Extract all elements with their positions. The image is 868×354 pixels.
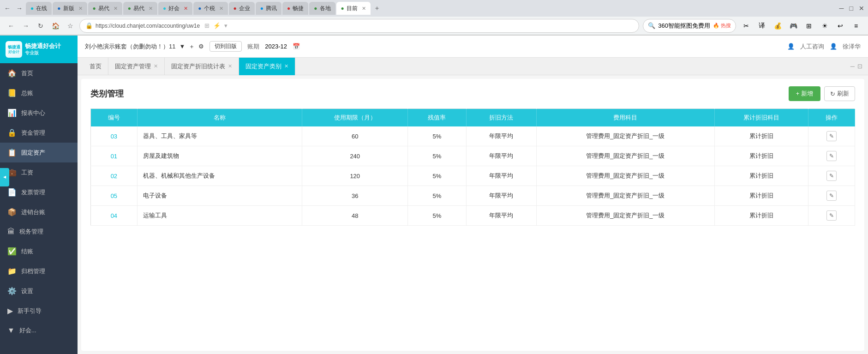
cell-action-3: ✎ (808, 186, 855, 206)
tab-4-close[interactable]: ✕ (149, 6, 153, 12)
browser-tab-8[interactable]: ● 腾讯 (256, 2, 281, 15)
tab-depreciation-close[interactable]: ✕ (228, 63, 232, 69)
edit-btn-2[interactable]: ✎ (826, 171, 837, 181)
float-btn-1[interactable]: ◀ (0, 168, 9, 186)
tab-category[interactable]: 固定资产类别 ✕ (239, 58, 295, 75)
ledger-icon: 📒 (7, 89, 17, 97)
tab-asset-mgmt-close[interactable]: ✕ (154, 63, 158, 69)
browser-tab-4[interactable]: ● 易代 ✕ (123, 2, 157, 15)
refresh-btn[interactable]: ↻ 刷新 (824, 86, 855, 101)
sidebar-item-reports[interactable]: 📊 报表中心 (0, 103, 78, 123)
home-icon: 🏠 (7, 69, 17, 78)
browser-tab-7[interactable]: ● 企业 (229, 2, 255, 15)
tab-expand-icon[interactable]: ⊡ (857, 63, 862, 70)
cell-accum-2: 累计折旧 (714, 166, 808, 186)
add-icon[interactable]: ＋ (189, 42, 195, 51)
browser-tab-3[interactable]: ● 易代 ✕ (88, 2, 122, 15)
sidebar-item-tax[interactable]: 🏛 税务管理 (0, 222, 78, 241)
cut-icon[interactable]: ✂ (740, 19, 753, 32)
game-icon[interactable]: 🎮 (787, 19, 800, 32)
header-right: 👤 人工咨询 👤 徐泽华 (787, 42, 861, 51)
tab-category-close[interactable]: ✕ (284, 63, 288, 69)
table-row: 03 器具、工具、家具等 60 5% 年限平均 管理费用_固定资产折旧_一级 累… (91, 126, 855, 146)
brightness-icon[interactable]: ☀ (818, 19, 831, 32)
browser-forward-btn[interactable]: → (20, 20, 31, 31)
tab-6-close[interactable]: ✕ (219, 6, 223, 12)
tab-asset-mgmt-label: 固定资产管理 (115, 62, 151, 71)
edit-btn-0[interactable]: ✎ (826, 131, 837, 141)
switch-version-btn[interactable]: 切到旧版 (210, 41, 242, 52)
sidebar-item-home[interactable]: 🏠 首页 (0, 63, 78, 83)
tab-1-label: 在线 (36, 5, 47, 12)
tab-home[interactable]: 首页 (83, 58, 108, 75)
minimize-btn[interactable]: ─ (838, 3, 846, 14)
edit-btn-4[interactable]: ✎ (826, 210, 837, 221)
close-btn[interactable]: ✕ (857, 3, 866, 14)
calendar-icon[interactable]: 📅 (293, 43, 300, 50)
sidebar-item-ledger[interactable]: 📒 总账 (0, 83, 78, 103)
gear-icon[interactable]: ⚙ (198, 43, 204, 50)
tab-3-close[interactable]: ✕ (114, 6, 118, 12)
sidebar-item-invoice[interactable]: 📄 发票管理 (0, 182, 78, 202)
home-btn[interactable]: 🏠 (50, 20, 61, 31)
new-tab-btn[interactable]: ＋ (371, 3, 383, 14)
browser-tab-11[interactable]: ● 目前 ✕ (336, 2, 371, 15)
sidebar-item-inventory[interactable]: 📦 进销台账 (0, 202, 78, 222)
undo-icon[interactable]: ↩ (834, 19, 847, 32)
cell-residual-2: 5% (408, 166, 466, 186)
cell-method-2: 年限平均 (466, 166, 536, 186)
tab-depreciation[interactable]: 固定资产折旧统计表 ✕ (165, 58, 239, 75)
browser-tab-5[interactable]: ● 好会 ✕ (158, 2, 192, 15)
help-label[interactable]: 人工咨询 (800, 42, 824, 51)
grid-icon[interactable]: ⊞ (802, 19, 815, 32)
tab-5-close[interactable]: ✕ (184, 6, 188, 12)
sidebar-item-closing[interactable]: ✅ 结账 (0, 241, 78, 261)
add-btn[interactable]: + 新增 (789, 86, 820, 101)
wallet-icon[interactable]: 💰 (771, 19, 784, 32)
menu-icon[interactable]: ≡ (850, 19, 862, 32)
tab-11-close[interactable]: ✕ (362, 6, 366, 12)
app-wrapper: 畅捷通 好会计 畅捷通好会计 专业版 🏠 首页 📒 总账 📊 报表中心 (0, 36, 868, 354)
tab-minimize-icon[interactable]: ─ (850, 63, 855, 70)
sidebar-item-archive[interactable]: 📁 归档管理 (0, 261, 78, 281)
tab-asset-mgmt[interactable]: 固定资产管理 ✕ (108, 58, 165, 75)
browser-tab-1[interactable]: ● 在线 (26, 2, 52, 15)
sidebar-item-funds[interactable]: 🔒 资金管理 (0, 123, 78, 143)
sidebar-item-settings[interactable]: ⚙️ 设置 (0, 281, 78, 301)
cell-method-1: 年限平均 (466, 146, 536, 166)
sidebar-item-assets[interactable]: 📋 固定资产 (0, 143, 78, 162)
guide-icon: ▶ (7, 306, 13, 315)
sidebar-label-ledger: 总账 (21, 89, 33, 97)
sidebar-item-guide[interactable]: ▶ 新手引导 (0, 301, 78, 321)
inventory-icon: 📦 (7, 208, 17, 216)
reload-btn[interactable]: ↻ (35, 20, 46, 31)
page-tabs: 首页 固定资产管理 ✕ 固定资产折旧统计表 ✕ 固定资产类别 ✕ ─ ⊡ (78, 58, 868, 75)
maximize-btn[interactable]: □ (848, 3, 855, 14)
back-btn[interactable]: ← (2, 3, 13, 14)
url-bar[interactable]: 🔒 https://cloud.chanjet.com/accounting/u… (79, 19, 639, 33)
sidebar-item-payroll[interactable]: 💼 工资 (0, 162, 78, 182)
edit-btn-3[interactable]: ✎ (826, 191, 837, 201)
chevron-down-icon[interactable]: ▼ (179, 43, 185, 50)
translate-icon[interactable]: 译 (755, 19, 768, 32)
cell-residual-1: 5% (408, 146, 466, 166)
period-label: 账期 (247, 42, 259, 51)
content-area: 类别管理 + 新增 ↻ 刷新 编号 名称 使用期限（月） 残值率 (81, 79, 864, 351)
browser-tab-9[interactable]: ● 畅捷 (282, 2, 308, 15)
browser-back-btn[interactable]: ← (6, 20, 17, 31)
tab-2-close[interactable]: ✕ (78, 6, 83, 12)
sidebar-item-more[interactable]: ▼ 好会... (0, 321, 78, 340)
sidebar-label-funds: 资金管理 (21, 129, 45, 137)
tab-10-label: 各地 (320, 5, 331, 12)
cell-method-3: 年限平均 (466, 186, 536, 206)
data-table: 编号 名称 使用期限（月） 残值率 折旧方法 费用科目 累计折旧科目 操作 03… (90, 108, 855, 226)
tab-7-label: 企业 (239, 5, 250, 12)
bookmark-btn[interactable]: ☆ (65, 20, 76, 31)
search-box[interactable]: 🔍 360智能抠图免费用 🔥 热搜 (643, 19, 736, 33)
edit-btn-1[interactable]: ✎ (826, 151, 837, 161)
browser-tab-6[interactable]: ● 个税 ✕ (193, 2, 227, 15)
browser-tab-2[interactable]: ● 新版 ✕ (53, 2, 87, 15)
forward-btn[interactable]: → (14, 3, 25, 14)
browser-tab-10[interactable]: ● 各地 (309, 2, 335, 15)
col-months: 使用期限（月） (302, 109, 408, 127)
